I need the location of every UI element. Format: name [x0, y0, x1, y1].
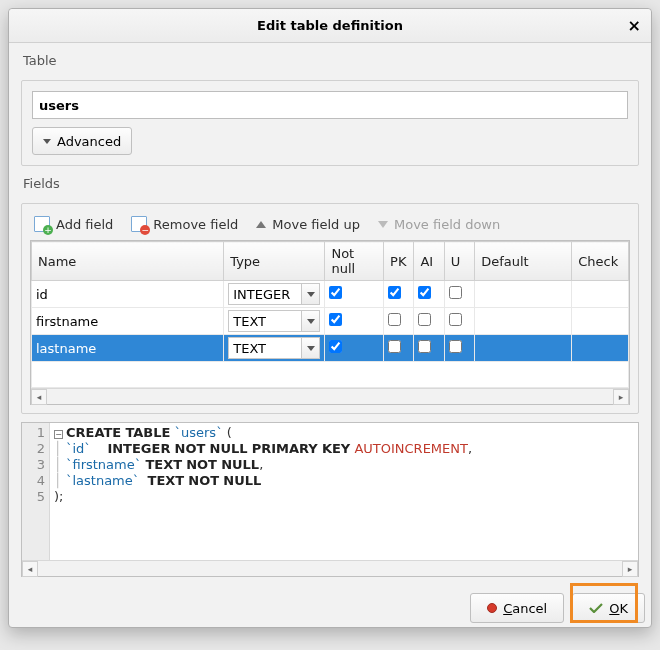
- advanced-button[interactable]: Advanced: [32, 127, 132, 155]
- cell-name[interactable]: lastname: [32, 335, 224, 362]
- arrow-up-icon: [256, 221, 266, 228]
- cell-check[interactable]: [572, 308, 629, 335]
- type-input[interactable]: [228, 310, 302, 332]
- type-dropdown-button[interactable]: [302, 337, 320, 359]
- scroll-left-icon[interactable]: ◂: [22, 561, 38, 577]
- move-up-label: Move field up: [272, 217, 360, 232]
- cell-u[interactable]: [444, 281, 474, 308]
- cell-check[interactable]: [572, 335, 629, 362]
- remove-field-button[interactable]: − Remove field: [131, 216, 238, 232]
- not-null-checkbox[interactable]: [329, 286, 342, 299]
- cell-check[interactable]: [572, 281, 629, 308]
- fields-toolbar: + Add field − Remove field Move field up…: [30, 212, 630, 240]
- u-checkbox[interactable]: [449, 286, 462, 299]
- dialog-titlebar: Edit table definition ×: [9, 9, 651, 43]
- advanced-button-label: Advanced: [57, 134, 121, 149]
- cell-pk[interactable]: [384, 281, 414, 308]
- scroll-right-icon[interactable]: ▸: [622, 561, 638, 577]
- edit-table-dialog: Edit table definition × Table Advanced F…: [8, 8, 652, 628]
- ok-button[interactable]: OK: [572, 593, 645, 623]
- cancel-label-initial: C: [503, 601, 512, 616]
- header-u[interactable]: U: [444, 242, 474, 281]
- cell-not-null[interactable]: [325, 281, 384, 308]
- fields-section: + Add field − Remove field Move field up…: [21, 203, 639, 414]
- sql-horizontal-scrollbar[interactable]: ◂ ▸: [22, 560, 638, 576]
- cell-u[interactable]: [444, 335, 474, 362]
- move-field-down-button: Move field down: [378, 217, 500, 232]
- table-row[interactable]: firstname: [32, 308, 629, 335]
- ok-label-rest: K: [619, 601, 628, 616]
- sql-gutter: 12345: [22, 423, 50, 560]
- dialog-title: Edit table definition: [257, 18, 403, 33]
- not-null-checkbox[interactable]: [329, 340, 342, 353]
- ok-label-initial: O: [609, 601, 619, 616]
- table-name-input[interactable]: [32, 91, 628, 119]
- header-type[interactable]: Type: [224, 242, 325, 281]
- not-null-checkbox[interactable]: [329, 313, 342, 326]
- cell-pk[interactable]: [384, 335, 414, 362]
- type-input[interactable]: [228, 283, 302, 305]
- header-ai[interactable]: AI: [414, 242, 444, 281]
- header-name[interactable]: Name: [32, 242, 224, 281]
- table-section-label: Table: [21, 51, 639, 72]
- close-icon[interactable]: ×: [628, 9, 641, 43]
- dialog-footer: Cancel OK: [9, 589, 651, 627]
- cell-name[interactable]: id: [32, 281, 224, 308]
- cell-ai[interactable]: [414, 281, 444, 308]
- move-down-label: Move field down: [394, 217, 500, 232]
- cancel-button[interactable]: Cancel: [470, 593, 564, 623]
- header-check[interactable]: Check: [572, 242, 629, 281]
- cell-name[interactable]: firstname: [32, 308, 224, 335]
- type-input[interactable]: [228, 337, 302, 359]
- fields-section-label: Fields: [21, 174, 639, 195]
- ok-icon: [589, 603, 603, 613]
- u-checkbox[interactable]: [449, 340, 462, 353]
- cell-default[interactable]: [475, 281, 572, 308]
- scroll-right-icon[interactable]: ▸: [613, 389, 629, 405]
- add-field-button[interactable]: + Add field: [34, 216, 113, 232]
- table-row[interactable]: lastname: [32, 335, 629, 362]
- add-field-label: Add field: [56, 217, 113, 232]
- document-minus-icon: −: [131, 216, 147, 232]
- move-field-up-button[interactable]: Move field up: [256, 217, 360, 232]
- header-pk[interactable]: PK: [384, 242, 414, 281]
- sql-code[interactable]: −CREATE TABLE `users` ( │ `id` INTEGER N…: [50, 423, 638, 560]
- cell-u[interactable]: [444, 308, 474, 335]
- pk-checkbox[interactable]: [388, 286, 401, 299]
- table-row[interactable]: id: [32, 281, 629, 308]
- u-checkbox[interactable]: [449, 313, 462, 326]
- scroll-left-icon[interactable]: ◂: [31, 389, 47, 405]
- cell-not-null[interactable]: [325, 335, 384, 362]
- pk-checkbox[interactable]: [388, 313, 401, 326]
- chevron-down-icon: [307, 346, 315, 351]
- arrow-down-icon: [378, 221, 388, 228]
- cell-ai[interactable]: [414, 308, 444, 335]
- header-not-null[interactable]: Not null: [325, 242, 384, 281]
- cell-pk[interactable]: [384, 308, 414, 335]
- document-plus-icon: +: [34, 216, 50, 232]
- cell-type[interactable]: [224, 281, 325, 308]
- sql-preview: 12345 −CREATE TABLE `users` ( │ `id` INT…: [21, 422, 639, 577]
- cell-type[interactable]: [224, 308, 325, 335]
- table-section: Advanced: [21, 80, 639, 166]
- cell-default[interactable]: [475, 335, 572, 362]
- chevron-down-icon: [307, 319, 315, 324]
- ai-checkbox[interactable]: [418, 286, 431, 299]
- fields-grid: Name Type Not null PK AI U Default Check…: [30, 240, 630, 405]
- chevron-down-icon: [43, 139, 51, 144]
- remove-field-label: Remove field: [153, 217, 238, 232]
- fields-horizontal-scrollbar[interactable]: ◂ ▸: [31, 388, 629, 404]
- cell-default[interactable]: [475, 308, 572, 335]
- type-dropdown-button[interactable]: [302, 310, 320, 332]
- cancel-icon: [487, 603, 497, 613]
- type-dropdown-button[interactable]: [302, 283, 320, 305]
- ai-checkbox[interactable]: [418, 313, 431, 326]
- header-default[interactable]: Default: [475, 242, 572, 281]
- cell-ai[interactable]: [414, 335, 444, 362]
- cell-not-null[interactable]: [325, 308, 384, 335]
- pk-checkbox[interactable]: [388, 340, 401, 353]
- cancel-label-rest: ancel: [512, 601, 547, 616]
- chevron-down-icon: [307, 292, 315, 297]
- cell-type[interactable]: [224, 335, 325, 362]
- ai-checkbox[interactable]: [418, 340, 431, 353]
